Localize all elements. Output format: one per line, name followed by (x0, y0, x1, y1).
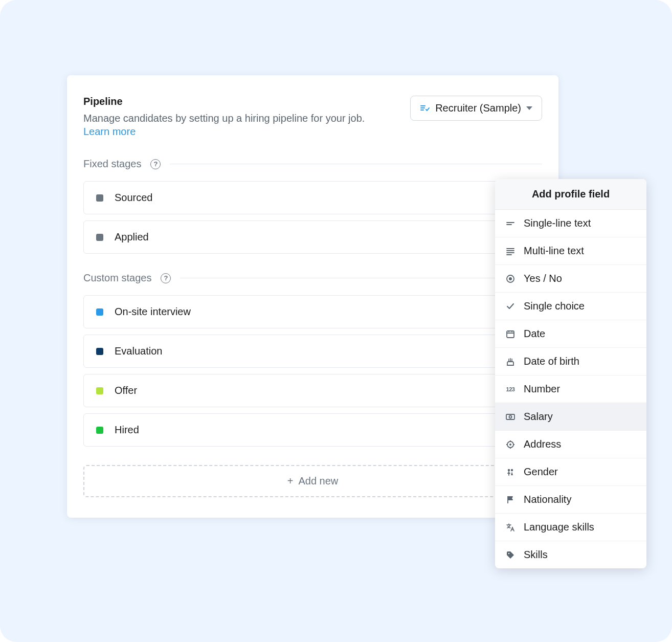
stage-item[interactable]: Sourced (83, 181, 542, 214)
popup-title: Add profile field (495, 179, 646, 210)
svg-point-4 (510, 358, 511, 359)
stage-item[interactable]: Hired (83, 413, 542, 447)
stage-label: Applied (115, 231, 149, 243)
divider (170, 164, 542, 164)
help-icon[interactable]: ? (161, 273, 171, 283)
field-option-birthday[interactable]: Date of birth (495, 348, 646, 375)
calendar-icon (505, 329, 516, 339)
fixed-stages-heading: Fixed stages ? (83, 158, 542, 170)
tag-icon (505, 550, 516, 560)
field-option-check[interactable]: Single choice (495, 293, 646, 320)
svg-point-10 (508, 469, 510, 471)
stage-label: Evaluation (115, 345, 162, 357)
field-option-label: Single choice (524, 300, 585, 312)
svg-point-1 (509, 277, 512, 280)
stage-item[interactable]: Offer (83, 374, 542, 407)
field-option-label: Yes / No (524, 273, 562, 284)
svg-point-3 (508, 359, 509, 360)
svg-point-5 (511, 359, 512, 360)
custom-stage-list: On-site interviewEvaluationOfferHired (83, 295, 542, 447)
dropdown-label: Recruiter (Sample) (435, 102, 521, 114)
number-icon: 123 (505, 384, 516, 394)
add-profile-field-popup: Add profile field Single-line textMulti-… (495, 179, 646, 568)
stage-label: Offer (115, 385, 137, 396)
field-option-label: Language skills (524, 521, 594, 533)
field-option-label: Date (524, 328, 545, 340)
fixed-stage-list: SourcedApplied (83, 181, 542, 254)
learn-more-link[interactable]: Learn more (83, 126, 136, 137)
stage-item[interactable]: Evaluation (83, 335, 542, 368)
pipeline-card: Pipeline Manage candidates by setting up… (67, 75, 558, 518)
field-option-label: Salary (524, 411, 553, 423)
svg-rect-2 (507, 331, 514, 338)
stage-color-dot (96, 194, 103, 202)
field-option-gender[interactable]: Gender (495, 458, 646, 486)
add-new-label: Add new (298, 475, 338, 487)
svg-point-9 (509, 444, 511, 446)
chevron-down-icon (526, 106, 532, 110)
short-text-icon (505, 218, 516, 229)
field-option-label: Skills (524, 549, 548, 561)
stage-color-dot (96, 387, 103, 394)
stage-label: Sourced (115, 192, 153, 204)
svg-point-12 (508, 552, 509, 554)
help-icon[interactable]: ? (150, 159, 161, 169)
flag-icon (505, 495, 516, 505)
field-option-label: Address (524, 438, 561, 450)
plus-icon: + (287, 475, 294, 487)
field-option-money[interactable]: Salary (495, 403, 646, 431)
stage-item[interactable]: Applied (83, 220, 542, 254)
field-option-flag[interactable]: Nationality (495, 486, 646, 514)
field-option-label: Number (524, 383, 560, 395)
field-option-tag[interactable]: Skills (495, 541, 646, 568)
field-option-long-text[interactable]: Multi-line text (495, 237, 646, 265)
field-option-number[interactable]: 123Number (495, 375, 646, 403)
stage-color-dot (96, 427, 103, 434)
money-icon (505, 412, 516, 422)
field-option-radio[interactable]: Yes / No (495, 265, 646, 293)
stage-color-dot (96, 348, 103, 355)
header-text-block: Pipeline Manage candidates by setting up… (83, 96, 410, 138)
template-dropdown[interactable]: Recruiter (Sample) (410, 96, 542, 121)
stage-label: Hired (115, 424, 139, 436)
stage-item[interactable]: On-site interview (83, 295, 542, 328)
field-option-short-text[interactable]: Single-line text (495, 210, 646, 237)
field-option-translate[interactable]: Language skills (495, 514, 646, 541)
svg-rect-6 (506, 414, 514, 419)
check-icon (505, 301, 516, 312)
fixed-stages-label: Fixed stages (83, 158, 141, 170)
card-header: Pipeline Manage candidates by setting up… (83, 96, 542, 138)
field-option-label: Gender (524, 466, 558, 478)
stage-color-dot (96, 234, 103, 241)
radio-icon (505, 274, 516, 284)
stage-label: On-site interview (115, 306, 191, 318)
field-option-label: Multi-line text (524, 245, 584, 257)
field-option-label: Nationality (524, 494, 571, 505)
field-option-calendar[interactable]: Date (495, 320, 646, 348)
page-subtitle: Manage candidates by setting up a hiring… (83, 110, 410, 126)
field-option-target[interactable]: Address (495, 431, 646, 458)
custom-stages-heading: Custom stages ? (83, 272, 542, 284)
popup-list: Single-line textMulti-line textYes / NoS… (495, 210, 646, 568)
divider (180, 278, 542, 278)
stage-color-dot (96, 308, 103, 316)
svg-point-11 (511, 469, 513, 471)
target-icon (505, 439, 516, 450)
add-new-stage-button[interactable]: + Add new (83, 465, 542, 497)
long-text-icon (505, 246, 516, 256)
svg-point-7 (509, 415, 512, 418)
custom-stages-label: Custom stages (83, 272, 151, 284)
field-option-label: Single-line text (524, 217, 591, 229)
page-title: Pipeline (83, 96, 410, 107)
field-option-label: Date of birth (524, 356, 579, 367)
translate-icon (505, 522, 516, 533)
birthday-icon (505, 357, 516, 367)
gender-icon (505, 467, 516, 477)
list-check-icon (420, 103, 430, 114)
